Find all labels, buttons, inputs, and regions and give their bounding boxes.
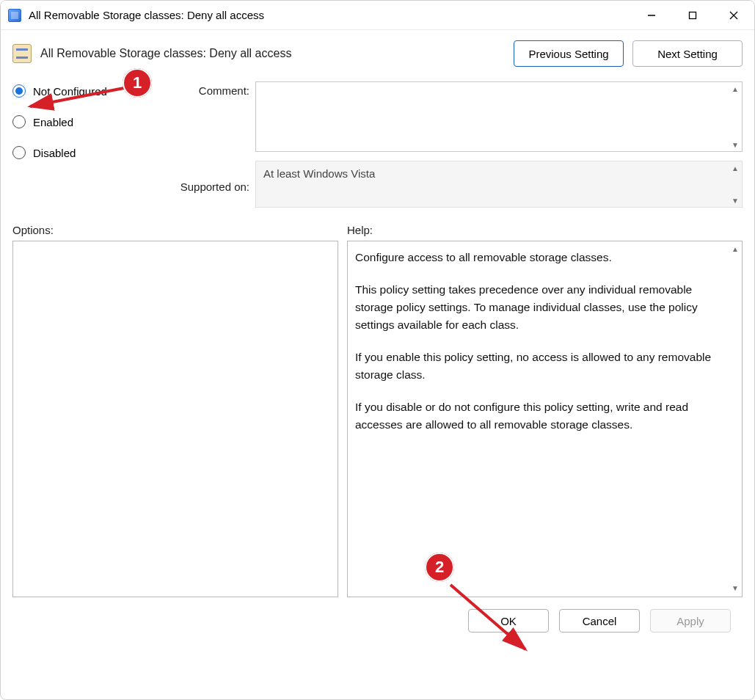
annotation-badge-1: 1 xyxy=(123,68,152,98)
scroll-up-icon[interactable]: ▲ xyxy=(730,244,740,255)
radio-label: Enabled xyxy=(33,116,73,128)
help-paragraph: If you disable or do not configure this … xyxy=(355,398,723,434)
scroll-up-icon[interactable]: ▲ xyxy=(730,84,740,94)
window-title: All Removable Storage classes: Deny all … xyxy=(29,9,264,21)
help-panel: Configure access to all removable storag… xyxy=(347,241,743,597)
help-paragraph: Configure access to all removable storag… xyxy=(355,249,723,266)
options-section-label: Options: xyxy=(12,224,347,236)
options-panel xyxy=(12,241,338,597)
annotation-badge-2: 2 xyxy=(425,553,454,582)
scroll-down-icon: ▼ xyxy=(730,195,740,205)
help-paragraph: If you enable this policy setting, no ac… xyxy=(355,349,723,384)
help-section-label: Help: xyxy=(347,224,373,236)
close-button[interactable] xyxy=(713,1,754,30)
supported-on-value: At least Windows Vista xyxy=(263,167,375,180)
radio-label: Disabled xyxy=(33,147,76,159)
radio-label: Not Configured xyxy=(33,85,107,98)
radio-icon xyxy=(12,84,26,98)
policy-title: All Removable Storage classes: Deny all … xyxy=(40,47,291,60)
svg-rect-0 xyxy=(690,12,696,18)
window-controls xyxy=(631,1,754,30)
supported-on-box: At least Windows Vista ▲ ▼ xyxy=(255,161,743,208)
radio-enabled[interactable]: Enabled xyxy=(12,115,152,128)
radio-icon xyxy=(12,146,26,159)
scroll-down-icon[interactable]: ▼ xyxy=(730,139,740,150)
previous-setting-button[interactable]: Previous Setting xyxy=(514,40,624,67)
titlebar: All Removable Storage classes: Deny all … xyxy=(1,1,754,30)
next-setting-button[interactable]: Next Setting xyxy=(632,40,743,67)
supported-on-label: Supported on: xyxy=(158,167,249,193)
scroll-up-icon: ▲ xyxy=(730,163,740,173)
ok-button[interactable]: OK xyxy=(468,609,549,632)
maximize-button[interactable] xyxy=(672,1,713,30)
policy-header: All Removable Storage classes: Deny all … xyxy=(12,40,743,67)
help-paragraph: This policy setting takes precedence ove… xyxy=(355,281,723,334)
radio-disabled[interactable]: Disabled xyxy=(12,146,152,159)
cancel-button[interactable]: Cancel xyxy=(559,609,640,632)
scroll-down-icon[interactable]: ▼ xyxy=(730,583,740,594)
apply-button: Apply xyxy=(650,609,731,632)
radio-icon xyxy=(12,115,26,128)
policy-icon xyxy=(12,44,32,63)
dialog-footer: OK Cancel Apply xyxy=(12,597,743,632)
minimize-button[interactable] xyxy=(631,1,672,30)
app-icon xyxy=(8,9,21,22)
comment-label: Comment: xyxy=(158,81,249,97)
comment-textarea[interactable]: ▲ ▼ xyxy=(255,81,743,152)
